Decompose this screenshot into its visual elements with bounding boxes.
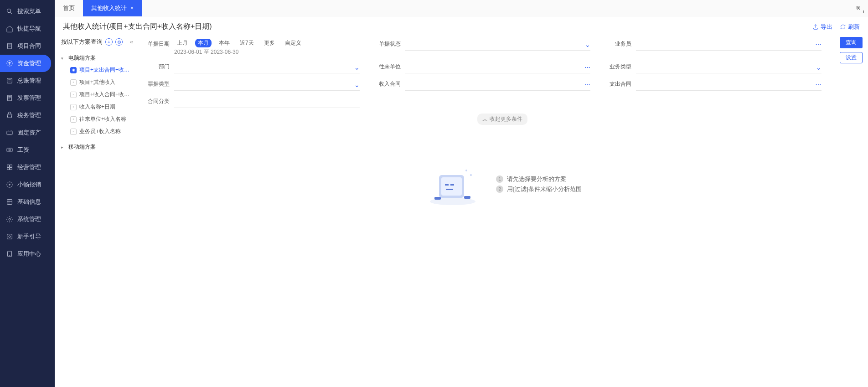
asset-icon <box>5 129 14 137</box>
refresh-button[interactable]: 刷新 <box>840 23 860 31</box>
search-icon <box>5 7 14 15</box>
step-2-badge: 2 <box>496 186 503 193</box>
money-icon <box>5 59 14 67</box>
filter-picker[interactable]: ··· <box>405 79 591 91</box>
date-range-option[interactable]: 近7天 <box>237 39 257 47</box>
fullscreen-icon[interactable] <box>855 5 865 15</box>
more-icon: ··· <box>816 41 822 48</box>
svg-rect-10 <box>7 131 12 135</box>
sidebar-item-label: 搜索菜单 <box>17 7 41 15</box>
sidebar-item-invoice[interactable]: 发票管理 <box>0 89 55 107</box>
sidebar-item-data[interactable]: 基础信息 <box>0 193 55 211</box>
tab-label: 首页 <box>63 4 75 12</box>
add-scheme-button[interactable]: + <box>105 38 113 46</box>
tree-item-icon: ◉ <box>70 67 77 73</box>
sidebar-item-contract[interactable]: 项目合同 <box>0 37 55 55</box>
sidebar-item-manage[interactable]: 经营管理 <box>0 159 55 176</box>
svg-rect-13 <box>7 148 12 152</box>
sidebar-item-asset[interactable]: 固定资产 <box>0 124 55 141</box>
tree-item[interactable]: ▫收入名称+日期 <box>61 101 137 113</box>
close-icon[interactable]: × <box>130 5 134 11</box>
export-label: 导出 <box>821 23 832 31</box>
sidebar-item-salary[interactable]: 工资 <box>0 141 55 159</box>
filter-picker[interactable]: ··· <box>405 62 591 73</box>
empty-steps: 1请先选择要分析的方案 2用[过滤]条件来缩小分析范围 <box>496 173 581 195</box>
settings-button[interactable]: 设置 <box>840 52 863 63</box>
sidebar-item-home[interactable]: 快捷导航 <box>0 20 55 37</box>
filter-select[interactable]: ⌄ <box>174 79 360 91</box>
sidebar-item-label: 固定资产 <box>17 129 41 137</box>
page-header: 其他收入统计(项目+支出合同+收入名称+日期) 导出 刷新 <box>55 16 868 36</box>
sidebar-item-expense[interactable]: 小畅报销 <box>0 176 55 193</box>
svg-rect-31 <box>445 184 449 186</box>
filter-picker[interactable]: ··· <box>636 39 822 51</box>
filter-picker[interactable]: ··· <box>636 79 822 91</box>
sidebar-item-app[interactable]: 应用中心 <box>0 245 55 263</box>
sidebar-item-label: 经营管理 <box>17 163 41 171</box>
export-button[interactable]: 导出 <box>812 23 832 31</box>
tree-item[interactable]: ▫项目+其他收入 <box>61 76 137 88</box>
scheme-panel: 按以下方案查询 + ⚙ « ▾电脑端方案◉项目+支出合同+收入...▫项目+其他… <box>55 36 137 387</box>
sidebar-item-search[interactable]: 搜索菜单 <box>0 3 55 20</box>
filter-input[interactable] <box>174 96 360 108</box>
sidebar-item-label: 发票管理 <box>17 94 41 102</box>
sidebar: 搜索菜单快捷导航项目合同资金管理总账管理发票管理税务管理固定资产工资经营管理小畅… <box>0 0 55 387</box>
date-range-option[interactable]: 更多 <box>261 39 278 47</box>
svg-rect-18 <box>10 168 12 170</box>
tree-group[interactable]: ▾电脑端方案 <box>61 52 137 64</box>
date-range-option[interactable]: 上月 <box>174 39 191 47</box>
svg-rect-33 <box>446 189 453 190</box>
chevron-up-icon: ︽ <box>482 115 488 123</box>
sidebar-item-label: 工资 <box>17 146 29 154</box>
group-label: 电脑端方案 <box>68 54 96 62</box>
tree-group[interactable]: ▸移动端方案 <box>61 141 137 153</box>
tree-item[interactable]: ◉项目+支出合同+收入... <box>61 64 137 76</box>
query-button[interactable]: 查询 <box>840 37 863 48</box>
refresh-label: 刷新 <box>848 23 860 31</box>
collapse-filters-button[interactable]: ︽ 收起更多条件 <box>477 114 527 125</box>
date-range-option[interactable]: 本月 <box>195 39 212 47</box>
tree-item[interactable]: ▫项目+收入合同+收入... <box>61 88 137 101</box>
sidebar-item-money[interactable]: 资金管理 <box>0 55 51 72</box>
scheme-settings-button[interactable]: ⚙ <box>115 38 123 46</box>
filter-select[interactable]: ⌄ <box>636 62 822 73</box>
collapse-scheme-icon[interactable]: « <box>130 39 133 45</box>
svg-point-23 <box>9 218 10 220</box>
tab[interactable]: 其他收入统计× <box>83 0 142 16</box>
tree-item-label: 项目+支出合同+收入... <box>79 66 134 74</box>
sidebar-item-label: 总账管理 <box>17 77 41 85</box>
filter-select[interactable]: ⌄ <box>174 62 360 73</box>
sidebar-item-system[interactable]: 系统管理 <box>0 211 55 228</box>
app-icon <box>5 250 14 258</box>
tree-item[interactable]: ▫业务员+收入名称 <box>61 125 137 138</box>
tree-item-label: 项目+收入合同+收入... <box>79 91 134 98</box>
sidebar-item-label: 基础信息 <box>17 198 41 206</box>
sidebar-item-label: 快捷导航 <box>17 25 41 33</box>
date-range-option[interactable]: 本年 <box>216 39 232 47</box>
filter-cell: 支出合同··· <box>604 76 835 93</box>
filter-cell: 单据状态⌄ <box>373 36 604 59</box>
svg-rect-15 <box>7 165 10 167</box>
svg-rect-30 <box>441 177 462 196</box>
tree-item-label: 收入名称+日期 <box>79 103 115 111</box>
tab-bar: 首页其他收入统计× ✕ <box>55 0 868 16</box>
svg-rect-37 <box>464 196 470 199</box>
svg-line-1 <box>10 12 12 14</box>
svg-rect-9 <box>7 95 11 101</box>
group-label: 移动端方案 <box>68 143 96 151</box>
tree-item[interactable]: ▫往来单位+收入名称 <box>61 113 137 125</box>
filter-select[interactable]: ⌄ <box>405 39 591 51</box>
sidebar-item-ledger[interactable]: 总账管理 <box>0 72 55 89</box>
sidebar-item-label: 小畅报销 <box>17 181 41 189</box>
page-title: 其他收入统计(项目+支出合同+收入名称+日期) <box>63 22 212 31</box>
sidebar-item-label: 应用中心 <box>17 250 41 258</box>
tab[interactable]: 首页 <box>55 0 83 16</box>
sidebar-item-tax[interactable]: 税务管理 <box>0 107 55 124</box>
svg-point-0 <box>7 9 11 13</box>
sidebar-item-guide[interactable]: 新手引导 <box>0 228 55 245</box>
action-column: 查询 设置 <box>835 36 863 111</box>
more-icon: ··· <box>816 82 822 88</box>
filter-input[interactable]: 上月本月本年近7天更多自定义2023-06-01 至 2023-06-30 <box>174 39 360 56</box>
system-icon <box>5 215 14 223</box>
date-range-option[interactable]: 自定义 <box>282 39 304 47</box>
